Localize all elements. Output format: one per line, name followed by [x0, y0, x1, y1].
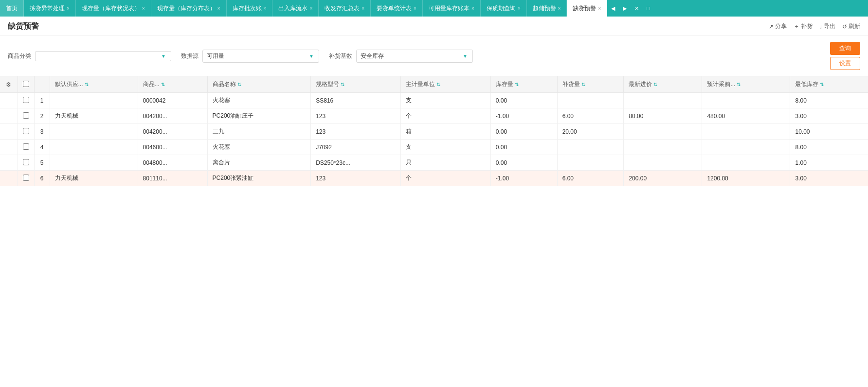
tab-restore-button[interactable]: □ — [642, 0, 654, 17]
th-latest-price[interactable]: 最新进价 ⇅ — [624, 76, 702, 93]
row-checkbox[interactable] — [23, 128, 29, 134]
tab-inventory-status[interactable]: 现存量（库存状况表） × — [76, 0, 151, 17]
row-checkbox-cell[interactable] — [18, 155, 34, 171]
close-icon[interactable]: × — [598, 6, 601, 11]
row-gear-cell[interactable] — [0, 93, 18, 108]
row-checkbox-cell[interactable] — [18, 171, 34, 186]
close-icon[interactable]: × — [471, 6, 474, 11]
page-title: 缺货预警 — [8, 21, 39, 32]
th-min-stock[interactable]: 最低库存 ⇅ — [790, 76, 868, 93]
th-product-name[interactable]: 商品名称 ⇅ — [207, 76, 311, 93]
row-default-supplier: 力天机械 — [50, 171, 138, 186]
th-product-code[interactable]: 商品... ⇅ — [138, 76, 207, 93]
close-icon[interactable]: × — [217, 6, 220, 11]
tab-close-button[interactable]: ✕ — [631, 0, 642, 17]
close-icon[interactable]: × — [142, 6, 145, 11]
replenish-basis-select[interactable]: 安全库存 ▼ — [356, 50, 473, 63]
th-gear[interactable]: ⚙ — [0, 76, 18, 93]
row-checkbox[interactable] — [23, 143, 29, 150]
category-label: 商品分类 — [8, 52, 31, 60]
replenish-icon: ＋ — [794, 22, 799, 31]
row-checkbox-cell[interactable] — [18, 124, 34, 140]
row-gear-cell[interactable] — [0, 140, 18, 155]
filter-actions: 查询 设置 — [830, 42, 860, 70]
close-icon[interactable]: × — [264, 6, 267, 11]
row-gear-cell[interactable] — [0, 155, 18, 171]
close-icon[interactable]: × — [309, 6, 312, 11]
tab-inout-flow[interactable]: 出入库流水 × — [272, 0, 319, 17]
row-min-stock: 3.00 — [790, 108, 868, 124]
tab-batch-account[interactable]: 库存批次账 × — [227, 0, 273, 17]
row-latest-price — [624, 93, 702, 108]
row-spec: 123 — [311, 124, 401, 140]
row-gear-cell[interactable] — [0, 171, 18, 186]
export-icon: ↓ — [819, 23, 822, 30]
row-latest-price — [624, 155, 702, 171]
close-icon[interactable]: × — [558, 6, 561, 11]
tab-overstock[interactable]: 超储预警 × — [527, 0, 567, 17]
close-icon[interactable]: × — [414, 6, 416, 11]
th-stock-qty[interactable]: 库存量 ⇅ — [490, 76, 557, 93]
row-stock-qty: 0.00 — [490, 155, 557, 171]
tab-prev-button[interactable]: ◀ — [607, 0, 619, 17]
datasource-select[interactable]: 可用量 ▼ — [202, 50, 319, 63]
th-default-supplier[interactable]: 默认供应... ⇅ — [50, 76, 138, 93]
share-button[interactable]: ↗ 分享 — [769, 22, 787, 31]
row-checkbox[interactable] — [23, 175, 29, 181]
row-gear-cell[interactable] — [0, 124, 18, 140]
row-checkbox[interactable] — [23, 159, 29, 165]
close-icon[interactable]: × — [518, 6, 521, 11]
row-est-purchase — [702, 140, 790, 155]
sort-icon: ⇅ — [237, 82, 241, 87]
row-checkbox[interactable] — [23, 97, 29, 103]
row-min-stock: 1.00 — [790, 155, 868, 171]
tab-next-button[interactable]: ▶ — [619, 0, 631, 17]
tab-expiry-query[interactable]: 保质期查询 × — [481, 0, 527, 17]
row-spec: J7092 — [311, 140, 401, 155]
row-replenish-qty — [557, 93, 624, 108]
sort-icon: ⇅ — [436, 82, 440, 87]
th-replenish-qty[interactable]: 补货量 ⇅ — [557, 76, 624, 93]
th-est-purchase[interactable]: 预计采购... ⇅ — [702, 76, 790, 93]
row-product-name: PC200油缸庄子 — [207, 108, 311, 124]
row-est-purchase — [702, 155, 790, 171]
replenish-button[interactable]: ＋ 补货 — [794, 22, 813, 31]
tab-collect-summary[interactable]: 收发存汇总表 × — [319, 0, 371, 17]
th-spec[interactable]: 规格型号 ⇅ — [311, 76, 401, 93]
sort-icon: ⇅ — [820, 82, 824, 87]
query-button[interactable]: 查询 — [830, 42, 860, 55]
close-icon[interactable]: × — [362, 6, 364, 11]
row-latest-price: 200.00 — [624, 171, 702, 186]
settings-button[interactable]: 设置 — [830, 57, 860, 70]
row-number: 1 — [34, 93, 50, 108]
row-checkbox[interactable] — [23, 112, 29, 119]
row-product-code: 0000042 — [138, 93, 207, 108]
export-button[interactable]: ↓ 导出 — [819, 22, 835, 31]
refresh-button[interactable]: ↺ 刷新 — [842, 22, 860, 31]
row-gear-cell[interactable] — [0, 108, 18, 124]
th-unit[interactable]: 主计量单位 ⇅ — [400, 76, 490, 93]
sort-icon: ⇅ — [85, 82, 89, 87]
datasource-value: 可用量 — [207, 52, 224, 60]
category-select[interactable]: ▼ — [35, 51, 171, 61]
tab-shortage[interactable]: 缺货预警 × — [567, 0, 607, 17]
tab-available-ledger[interactable]: 可用量库存账本 × — [423, 0, 481, 17]
sort-icon: ⇅ — [341, 82, 344, 87]
row-replenish-qty — [557, 155, 624, 171]
tab-abnormal[interactable]: 拣货异常处理 × — [24, 0, 76, 17]
row-checkbox-cell[interactable] — [18, 108, 34, 124]
select-all-checkbox[interactable] — [23, 81, 29, 87]
datasource-filter-group: 数据源 可用量 ▼ — [181, 50, 319, 63]
share-icon: ↗ — [769, 23, 774, 30]
close-icon[interactable]: × — [67, 6, 70, 11]
tab-inventory-dist[interactable]: 现存量（库存分布表） × — [151, 0, 227, 17]
tab-order-stats[interactable]: 要货单统计表 × — [371, 0, 423, 17]
row-product-name: 火花塞 — [207, 140, 311, 155]
filter-bar: 商品分类 ▼ 数据源 可用量 ▼ 补货基数 安全库存 ▼ 查询 设置 — [0, 36, 868, 76]
main-content: 缺货预警 ↗ 分享 ＋ 补货 ↓ 导出 ↺ 刷新 商品分类 — [0, 17, 868, 387]
row-product-name: PC200张紧油缸 — [207, 171, 311, 186]
tab-home[interactable]: 首页 — [0, 0, 24, 17]
row-checkbox-cell[interactable] — [18, 93, 34, 108]
row-checkbox-cell[interactable] — [18, 140, 34, 155]
row-min-stock: 8.00 — [790, 140, 868, 155]
